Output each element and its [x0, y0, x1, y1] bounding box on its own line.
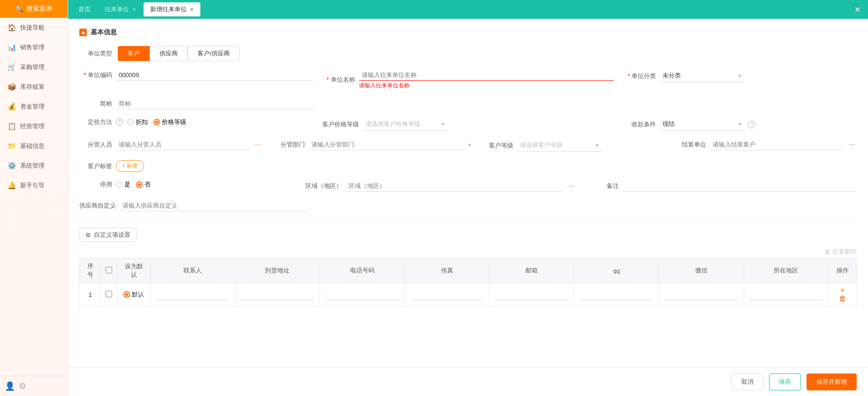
- settlement-more-btn[interactable]: ···: [847, 140, 857, 149]
- abbreviation-input[interactable]: [116, 98, 316, 109]
- sidebar-item-system[interactable]: ⚙️ 系统管理: [0, 156, 68, 176]
- radio-discount[interactable]: 折扣: [127, 118, 148, 126]
- phone-input[interactable]: [325, 289, 400, 300]
- manager-more-btn[interactable]: ···: [253, 140, 263, 149]
- disabled-group: 停用 是 否: [79, 180, 296, 189]
- customer-price-select[interactable]: 请选择客户价格等级 ▾: [363, 118, 447, 131]
- disabled-radio-group: 是 否: [116, 180, 151, 189]
- supplier-custom-input[interactable]: [120, 200, 310, 211]
- row-index: 1: [80, 283, 101, 306]
- customer-level-group: 客户等级 请选择客户等级 ▾: [480, 139, 664, 152]
- row-region[interactable]: [744, 283, 829, 306]
- sidebar-item-finance[interactable]: 💰 资金管理: [0, 97, 68, 116]
- radio-price-level[interactable]: 价格等级: [153, 118, 186, 126]
- custom-settings-button[interactable]: ⚙ 自定义项设置: [79, 228, 137, 242]
- tab-home[interactable]: 首页: [72, 2, 97, 16]
- region-input[interactable]: [749, 289, 824, 300]
- row-checkbox[interactable]: [106, 291, 112, 297]
- row-email[interactable]: [489, 283, 574, 306]
- contacts-table: 序号 设为默认 联系人 到货地址 电话号码 传真 邮箱 qq 微信 所在地区 操…: [79, 258, 857, 306]
- row-address[interactable]: [235, 283, 320, 306]
- payment-terms-label: 收款条件: [623, 120, 656, 129]
- col-qq: qq: [574, 258, 659, 283]
- address-input[interactable]: [240, 289, 315, 300]
- radio-no[interactable]: 否: [136, 180, 151, 189]
- fax-input[interactable]: [410, 289, 485, 300]
- remarks-input[interactable]: [623, 180, 857, 192]
- sidebar-item-guide[interactable]: 🔔 新手引导: [0, 176, 68, 195]
- area-input[interactable]: [346, 180, 563, 192]
- batch-delete-label[interactable]: 批量删除: [832, 248, 857, 256]
- type-btn-supplier[interactable]: 供应商: [150, 46, 188, 61]
- settlement-input[interactable]: [710, 139, 843, 150]
- sidebar-item-sales[interactable]: 📊 销售管理: [0, 38, 68, 57]
- row-actions: + 🗑: [829, 283, 857, 306]
- sidebar-user-icon[interactable]: 👤: [5, 381, 15, 391]
- unit-info-row: 单位编码 单位名称 请输入往来单位名称 单位分类 未分类 ▾: [79, 70, 857, 90]
- unit-type-label: 单位类型: [79, 49, 112, 58]
- customer-level-select[interactable]: 请选择客户等级 ▾: [517, 139, 602, 152]
- unit-name-error: 请输入往来单位名称: [359, 82, 614, 90]
- area-more-btn[interactable]: ···: [566, 182, 576, 190]
- tab-new-partner[interactable]: 新增往来单位 ✕: [144, 2, 200, 16]
- row-wechat[interactable]: [659, 283, 744, 306]
- radio-discount-circle: [127, 119, 134, 125]
- sidebar-settings-icon[interactable]: ⚙: [19, 381, 26, 391]
- cart-icon: 🛒: [8, 63, 16, 71]
- sidebar-item-inventory[interactable]: 📦 库存核算: [0, 77, 68, 97]
- email-input[interactable]: [494, 289, 569, 300]
- row-qq[interactable]: [574, 283, 659, 306]
- save-button[interactable]: 保存: [769, 373, 801, 390]
- tab-new-partner-close[interactable]: ✕: [190, 7, 194, 13]
- sidebar-item-quick-nav[interactable]: 🏠 快捷导航: [0, 18, 68, 38]
- unit-name-input[interactable]: [359, 70, 614, 81]
- tabs-bar: 首页 往来单位 ✕ 新增往来单位 ✕ ✕: [68, 0, 868, 19]
- unit-code-input[interactable]: [116, 70, 313, 81]
- radio-yes[interactable]: 是: [116, 180, 130, 189]
- select-all-checkbox[interactable]: [106, 267, 112, 273]
- row-default-radio[interactable]: 默认: [122, 290, 145, 299]
- type-btn-both[interactable]: 客户/供应商: [188, 46, 240, 61]
- disabled-label: 停用: [79, 180, 112, 189]
- manager-input[interactable]: [116, 139, 249, 150]
- search-menu[interactable]: 🔍 搜索菜单: [0, 0, 68, 18]
- qq-input[interactable]: [579, 289, 654, 300]
- department-group: 分管部门 ▾: [272, 139, 471, 150]
- row-contact[interactable]: [150, 283, 235, 306]
- contact-input[interactable]: [155, 289, 230, 300]
- tab-trading-partners[interactable]: 往来单位 ✕: [98, 2, 143, 16]
- supplier-custom-label: 供应商自定义: [79, 202, 116, 210]
- gear-icon: ⚙️: [8, 162, 16, 170]
- sidebar: 🔍 搜索菜单 🏠 快捷导航 📊 销售管理 🛒 采购管理 📦 库存核算 💰 资金管…: [0, 0, 68, 396]
- row-add-button[interactable]: +: [839, 286, 846, 295]
- type-btn-customer[interactable]: 客户: [118, 46, 150, 61]
- abbreviation-label: 简称: [79, 100, 112, 108]
- wechat-input[interactable]: [664, 289, 739, 300]
- tab-trading-partners-close[interactable]: ✕: [132, 7, 136, 13]
- customer-level-label: 客户等级: [480, 141, 513, 150]
- table-header-row: 序号 设为默认 联系人 到货地址 电话号码 传真 邮箱 qq 微信 所在地区 操…: [80, 258, 857, 283]
- cancel-button[interactable]: 取消: [731, 373, 763, 390]
- table-row: 1 默认: [80, 283, 857, 306]
- tag-group: 客户标签 + 标签: [79, 160, 857, 172]
- add-tag-button[interactable]: + 标签: [116, 160, 144, 172]
- department-input[interactable]: [309, 139, 464, 150]
- section-icon: ■: [79, 29, 87, 36]
- payment-terms-select[interactable]: 现结 ▾: [660, 118, 744, 131]
- save-add-button[interactable]: 保存并新增: [807, 373, 857, 390]
- sidebar-item-basic[interactable]: 📁 基础信息: [0, 136, 68, 156]
- close-all-tabs[interactable]: ✕: [851, 3, 864, 16]
- row-delete-button[interactable]: 🗑: [838, 295, 848, 303]
- unit-type-row: 单位类型 客户 供应商 客户/供应商: [79, 46, 857, 61]
- pricing-help-icon[interactable]: ?: [116, 118, 123, 126]
- sidebar-item-operations[interactable]: 📋 经营管理: [0, 116, 68, 136]
- row-phone[interactable]: [320, 283, 405, 306]
- unit-category-select[interactable]: 未分类 ▾: [660, 70, 744, 82]
- home-icon: 🏠: [8, 23, 16, 32]
- col-email: 邮箱: [489, 258, 574, 283]
- sidebar-item-purchase[interactable]: 🛒 采购管理: [0, 57, 68, 77]
- payment-help-icon[interactable]: ?: [748, 121, 755, 128]
- col-region: 所在地区: [744, 258, 829, 283]
- row-fax[interactable]: [404, 283, 489, 306]
- radio-yes-circle: [116, 181, 122, 188]
